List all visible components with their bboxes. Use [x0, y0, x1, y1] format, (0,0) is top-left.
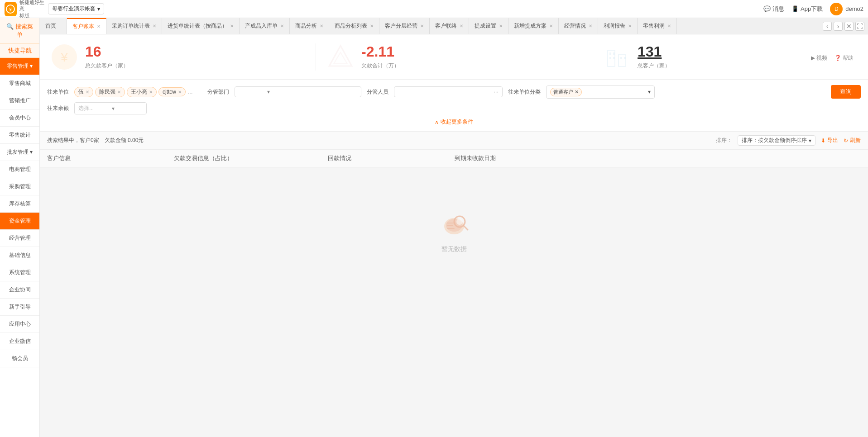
- stat-info-total-customers: 131 总客户（家）: [638, 44, 670, 69]
- tab-label: 经营情况: [564, 22, 586, 30]
- tab-close-icon[interactable]: ✕: [370, 24, 374, 28]
- sidebar-item-retail-shop[interactable]: 零售商城: [0, 75, 39, 92]
- sidebar-item-retail-mgmt[interactable]: 零售管理 ▾: [0, 58, 39, 75]
- sidebar-search[interactable]: 🔍 搜索菜单: [0, 18, 39, 44]
- sidebar-item-marketing[interactable]: 营销推广: [0, 92, 39, 109]
- tab-goods-in-stats[interactable]: 进货单统计表（按商品） ✕: [162, 18, 240, 34]
- stat-card-debt: -2.11 欠款合计（万）: [316, 43, 592, 71]
- tab-close-icon[interactable]: ✕: [230, 24, 234, 28]
- filter-more-icon[interactable]: ...: [187, 88, 193, 95]
- export-button[interactable]: ⬇ 导出: [821, 137, 838, 144]
- sidebar-item-finance[interactable]: 资金管理: [0, 213, 39, 230]
- tag-close-icon[interactable]: ✕: [86, 90, 89, 95]
- sidebar-item-label: 企业协同: [9, 286, 31, 293]
- chevron-down-icon: ▾: [112, 105, 115, 112]
- sidebar-item-member-center[interactable]: 会员中心: [0, 109, 39, 127]
- refresh-button[interactable]: ↻ 刷新: [844, 137, 861, 144]
- sidebar-item-member[interactable]: 畅会员: [0, 350, 39, 367]
- tab-customer-tier[interactable]: 客户分层经营 ✕: [379, 18, 430, 34]
- app-download-button[interactable]: 📱 App下载: [791, 5, 823, 13]
- tab-close-icon[interactable]: ✕: [280, 24, 284, 28]
- tab-next-button[interactable]: ›: [834, 22, 843, 31]
- tab-close-icon[interactable]: ✕: [153, 24, 156, 28]
- tab-close-icon[interactable]: ✕: [320, 24, 323, 28]
- account-selector[interactable]: 母婴行业演示帐套 ▾: [48, 3, 104, 14]
- tab-fullscreen-button[interactable]: ⛶: [855, 22, 864, 31]
- tab-label: 商品分析: [295, 22, 317, 30]
- sidebar-quick-nav[interactable]: 快捷导航: [0, 44, 39, 58]
- tab-close-icon[interactable]: ✕: [499, 24, 503, 28]
- empty-icon: [436, 204, 472, 240]
- svg-rect-19: [447, 228, 455, 229]
- app-icon: 📱: [791, 5, 799, 12]
- sidebar-item-operations[interactable]: 经营管理: [0, 230, 39, 247]
- collapse-button[interactable]: ∧ 收起更多条件: [435, 118, 473, 126]
- filter-row-balance: 往来余额 选择... ▾: [47, 102, 861, 114]
- classify-select[interactable]: 普通客户 ✕ ▾: [546, 86, 655, 99]
- svg-rect-17: [447, 223, 456, 223]
- stat-info-debt: -2.11 欠款合计（万）: [361, 44, 399, 69]
- sidebar-item-purchase[interactable]: 采购管理: [0, 178, 39, 195]
- empty-text: 暂无数据: [441, 245, 467, 253]
- tab-commission-setting[interactable]: 提成设置 ✕: [469, 18, 508, 34]
- data-table: 客户信息 欠款交易信息（占比） 回款情况 到期未收款日期: [40, 150, 868, 167]
- tab-business-status[interactable]: 经营情况 ✕: [559, 18, 598, 34]
- unit-tag-cjttcw[interactable]: cjttcw ✕: [158, 87, 186, 96]
- page-content: ¥ 16 总欠款客户（家）: [40, 34, 868, 437]
- sidebar-item-new-guide[interactable]: 新手引导: [0, 299, 39, 316]
- query-button[interactable]: 查询: [831, 85, 861, 99]
- tab-new-commission[interactable]: 新增提成方案 ✕: [508, 18, 559, 34]
- tab-product-analysis[interactable]: 商品分析 ✕: [290, 18, 329, 34]
- tab-customer-contact[interactable]: 客户联络 ✕: [430, 18, 469, 34]
- tab-product-analysis-list[interactable]: 商品分析列表 ✕: [329, 18, 379, 34]
- unit-tag-wu[interactable]: 伍 ✕: [74, 87, 93, 97]
- tab-purchase-order-stats[interactable]: 采购订单统计表 ✕: [106, 18, 162, 34]
- tab-home[interactable]: 首页: [40, 18, 67, 34]
- person-placeholder: [398, 89, 399, 95]
- tab-close-icon[interactable]: ✕: [628, 24, 632, 28]
- sidebar-item-app-center[interactable]: 应用中心: [0, 316, 39, 333]
- unit-tag-wang[interactable]: 王小亮 ✕: [127, 87, 157, 97]
- tab-close-icon[interactable]: ✕: [589, 24, 592, 28]
- classify-tag-close[interactable]: ✕: [575, 89, 579, 95]
- message-button[interactable]: 💬 消息: [763, 5, 784, 13]
- help-button[interactable]: ❓ 帮助: [834, 54, 854, 62]
- sidebar-item-ecommerce[interactable]: 电商管理: [0, 161, 39, 178]
- tab-product-inbound[interactable]: 产成品入库单 ✕: [240, 18, 290, 34]
- sidebar-item-label: 畅会员: [12, 355, 28, 361]
- tab-close-icon[interactable]: ✕: [97, 24, 101, 29]
- chevron-down-icon: ▾: [648, 89, 651, 95]
- user-avatar-area[interactable]: D demo2: [830, 3, 863, 15]
- sidebar-item-enterprise-collab[interactable]: 企业协同: [0, 281, 39, 299]
- tab-close-icon[interactable]: ✕: [420, 24, 424, 28]
- message-label: 消息: [772, 5, 784, 13]
- tab-close-icon[interactable]: ✕: [460, 24, 463, 28]
- sort-select[interactable]: 排序：按欠款金额倒序排序 ▾: [738, 135, 815, 146]
- tag-close-icon[interactable]: ✕: [178, 90, 182, 95]
- tab-retail-profit[interactable]: 零售利润 ✕: [638, 18, 677, 34]
- tab-label: 新增提成方案: [514, 22, 547, 30]
- tab-prev-button[interactable]: ‹: [823, 22, 832, 31]
- tag-close-icon[interactable]: ✕: [117, 90, 121, 95]
- person-select[interactable]: ···: [394, 86, 503, 97]
- tab-profit-report[interactable]: 利润报告 ✕: [598, 18, 638, 34]
- sidebar-item-wholesale-mgmt[interactable]: 批发管理 ▾: [0, 144, 39, 161]
- sidebar-item-inventory[interactable]: 库存核算: [0, 195, 39, 213]
- dept-select[interactable]: ▾: [235, 86, 361, 97]
- tab-customer-ledger[interactable]: 客户账本 ✕: [67, 18, 106, 34]
- tab-close-icon[interactable]: ✕: [549, 24, 553, 28]
- more-options-icon: ···: [494, 89, 499, 95]
- export-icon: ⬇: [821, 138, 825, 144]
- tab-close-icon[interactable]: ✕: [667, 24, 671, 28]
- video-button[interactable]: ▶ 视频: [811, 54, 827, 62]
- tab-close-all-button[interactable]: ✕: [844, 22, 854, 31]
- unit-tag-chen[interactable]: 陈民强 ✕: [95, 87, 125, 97]
- sidebar-item-system[interactable]: 系统管理: [0, 264, 39, 281]
- sidebar-item-enterprise-wechat[interactable]: 企业微信: [0, 333, 39, 350]
- sidebar-item-basic-info[interactable]: 基础信息: [0, 247, 39, 264]
- balance-select[interactable]: 选择... ▾: [74, 102, 147, 114]
- sidebar-item-retail-stats[interactable]: 零售统计: [0, 127, 39, 144]
- tab-label: 采购订单统计表: [112, 22, 150, 30]
- tag-close-icon[interactable]: ✕: [149, 90, 153, 95]
- sidebar-item-label: 采购管理: [9, 183, 31, 190]
